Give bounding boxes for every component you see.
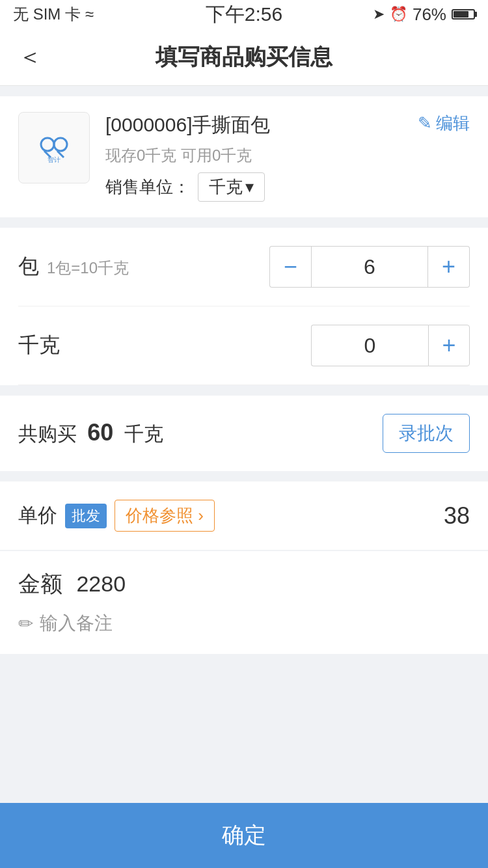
amount-row: 金额 2280 bbox=[18, 569, 470, 599]
battery-percent: 76% bbox=[413, 5, 446, 25]
kg-qty-input[interactable] bbox=[311, 325, 428, 366]
status-right: ➤ ⏰ 76% bbox=[373, 5, 475, 25]
nav-bar: ＜ 填写商品购买信息 bbox=[0, 29, 488, 86]
product-logo-icon: 智计 bbox=[34, 128, 74, 167]
note-row[interactable]: ✏ 输入备注 bbox=[18, 611, 470, 636]
svg-point-1 bbox=[54, 138, 67, 151]
note-placeholder: 输入备注 bbox=[40, 611, 113, 636]
summary-amount: 60 bbox=[87, 419, 113, 446]
bao-label: 包 1包=10千克 bbox=[18, 252, 129, 281]
edit-button[interactable]: ✎ 编辑 bbox=[418, 112, 470, 135]
page-title: 填写商品购买信息 bbox=[156, 42, 332, 72]
note-icon: ✏ bbox=[18, 613, 33, 634]
price-label-row: 单价 批发 价格参照 › bbox=[18, 500, 215, 532]
confirm-button[interactable]: 确定 bbox=[0, 803, 488, 868]
status-bar: 无 SIM 卡 ≈ 下午2:56 ➤ ⏰ 76% bbox=[0, 0, 488, 29]
product-info: [0000006]手撕面包 ✎ 编辑 现存0千克 可用0千克 销售单位： 千克 … bbox=[105, 112, 470, 202]
edit-label: 编辑 bbox=[436, 112, 470, 135]
product-thumbnail: 智计 bbox=[18, 112, 90, 183]
price-value: 38 bbox=[444, 502, 470, 530]
kg-label: 千克 bbox=[18, 331, 60, 360]
price-label: 单价 bbox=[18, 502, 57, 529]
price-ref-button[interactable]: 价格参照 › bbox=[115, 500, 215, 532]
kg-plus-button[interactable]: + bbox=[428, 325, 470, 366]
summary-row: 共购买 60 千克 录批次 bbox=[0, 396, 488, 471]
bao-sublabel: 1包=10千克 bbox=[47, 258, 129, 278]
no-sim-text: 无 SIM 卡 ≈ bbox=[13, 4, 94, 25]
back-button[interactable]: ＜ bbox=[18, 41, 42, 73]
summary-text: 共购买 60 千克 bbox=[18, 419, 163, 448]
product-name: [0000006]手撕面包 bbox=[105, 112, 270, 139]
amount-section: 金额 2280 ✏ 输入备注 bbox=[0, 551, 488, 654]
status-time: 下午2:56 bbox=[206, 1, 282, 28]
bao-qty-control: − + bbox=[269, 246, 470, 288]
alarm-icon: ⏰ bbox=[390, 6, 407, 23]
kg-qty-control: + bbox=[311, 325, 470, 366]
product-stock: 现存0千克 可用0千克 bbox=[105, 145, 470, 166]
edit-icon: ✎ bbox=[418, 113, 432, 133]
quantity-section: 包 1包=10千克 − + 千克 + bbox=[0, 228, 488, 385]
svg-point-0 bbox=[41, 138, 54, 151]
bao-qty-input[interactable] bbox=[311, 246, 428, 288]
unit-label: 销售单位： bbox=[105, 176, 190, 198]
unit-select[interactable]: 千克 ▾ bbox=[198, 172, 265, 202]
product-unit-row: 销售单位： 千克 ▾ bbox=[105, 172, 470, 202]
bao-minus-button[interactable]: − bbox=[269, 246, 311, 288]
amount-value: 2280 bbox=[76, 571, 126, 596]
battery-icon bbox=[452, 9, 475, 20]
qty-row-bao: 包 1包=10千克 − + bbox=[18, 228, 470, 306]
batch-button[interactable]: 录批次 bbox=[383, 414, 470, 453]
price-badge: 批发 bbox=[65, 504, 107, 528]
price-section: 单价 批发 价格参照 › 38 bbox=[0, 481, 488, 550]
content-spacer bbox=[0, 654, 488, 803]
location-icon: ➤ bbox=[373, 6, 385, 23]
unit-value: 千克 bbox=[209, 176, 243, 198]
status-left: 无 SIM 卡 ≈ bbox=[13, 4, 94, 25]
bao-plus-button[interactable]: + bbox=[428, 246, 470, 288]
confirm-label: 确定 bbox=[222, 821, 266, 850]
qty-row-kg: 千克 + bbox=[18, 306, 470, 385]
svg-text:智计: 智计 bbox=[47, 156, 61, 163]
dropdown-icon: ▾ bbox=[245, 177, 254, 197]
product-card: 智计 [0000006]手撕面包 ✎ 编辑 现存0千克 可用0千克 销售单位： … bbox=[0, 96, 488, 217]
